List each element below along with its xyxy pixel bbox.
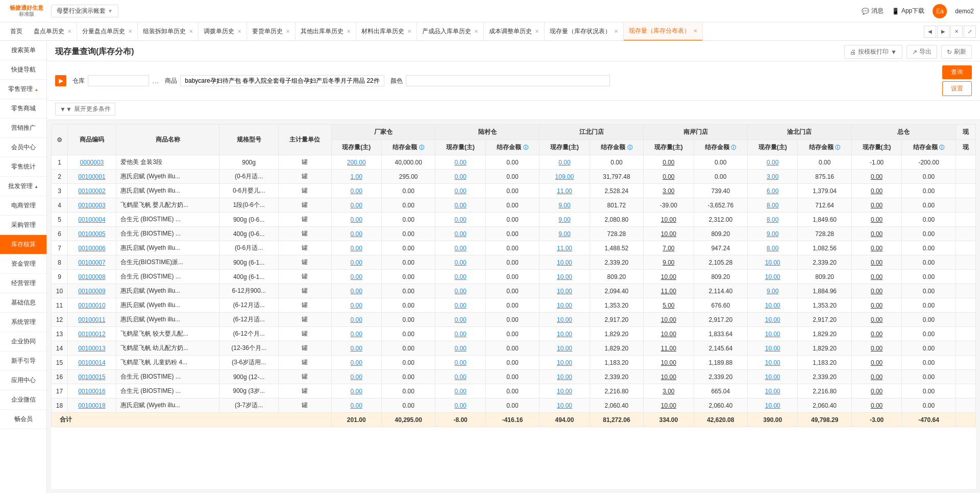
tab-next-btn[interactable]: ▶ [937, 26, 949, 38]
summary-nanan-qty: 334.00 [644, 413, 694, 427]
export-btn[interactable]: ↗ 导出 [906, 45, 937, 59]
goods-input[interactable] [180, 75, 384, 86]
user-name[interactable]: demo2 [955, 8, 974, 15]
cell-code: 00100018 [68, 398, 116, 413]
sidebar-item-wholesale[interactable]: 批发管理 ▲ [0, 177, 46, 196]
tab-close-6[interactable]: ✕ [347, 29, 351, 34]
color-input[interactable] [406, 75, 610, 86]
user-avatar[interactable]: Ea [933, 4, 947, 18]
query-button[interactable]: 查询 [942, 65, 972, 79]
store-selector[interactable]: 母婴行业演示账套 ▼ [51, 5, 118, 17]
factory-info-icon[interactable]: ⓘ [419, 145, 424, 150]
print-btn[interactable]: 🖨 按模板打印 ▼ [844, 45, 902, 59]
color-filter: 颜色 [390, 75, 610, 86]
th-settings[interactable]: ⚙ [52, 125, 68, 155]
tab-close-4[interactable]: ✕ [237, 29, 241, 34]
tab-close-all-btn[interactable]: ✕ [950, 26, 963, 38]
table-row: 18 00100018 惠氏启赋 (Wyeth illu... (3-7岁适..… [52, 398, 976, 413]
cell-name: 合生元 (BIOSTIME) ... [116, 370, 219, 384]
tab-close-8[interactable]: ✕ [474, 29, 478, 34]
cell-lu-amt: 0.00 [485, 241, 540, 255]
sidebar-item-marketing[interactable]: 营销推广 [0, 119, 46, 138]
lu-info-icon[interactable]: ⓘ [523, 145, 528, 150]
refresh-btn[interactable]: ↻ 刷新 [941, 45, 972, 59]
warehouse-dots[interactable]: ... [152, 76, 159, 85]
tab-stock-status[interactable]: 现存量（库存状况表） ✕ [545, 22, 624, 41]
cell-factory-amt: 0.00 [381, 298, 435, 313]
tab-close-1[interactable]: ✕ [67, 29, 71, 34]
cell-factory-qty: 1.00 [331, 170, 381, 184]
th-jiangbei: 江北门店 [540, 125, 644, 140]
sidebar-item-retail[interactable]: 零售管理 ▲ [0, 80, 46, 99]
cell-total-amt: 0.00 [902, 370, 956, 384]
tab-other-out[interactable]: 其他出库单历史 ✕ [296, 22, 356, 41]
table-container[interactable]: ⚙ 商品编码 商品名称 规格型号 主计量单位 厂家仓 陆村仓 江北门店 南岸门店… [51, 124, 976, 489]
tab-close-10[interactable]: ✕ [614, 29, 618, 34]
cell-total-qty: 0.00 [851, 270, 901, 284]
warehouse-input[interactable] [88, 75, 149, 86]
cell-lu-amt: 0.00 [485, 341, 540, 356]
tab-cost-adjust[interactable]: 成本调整单历史 ✕ [484, 22, 545, 41]
cell-nanan-qty: 10.00 [644, 398, 694, 413]
filter-toggle-btn[interactable]: ▶ [55, 75, 66, 86]
sidebar-item-retail-shop[interactable]: 零售商城 [0, 99, 46, 119]
yubei-info-icon[interactable]: ⓘ [835, 145, 840, 150]
summary-total-amt: -470.64 [902, 413, 956, 427]
tab-product-in[interactable]: 产成品入库单历史 ✕ [417, 22, 484, 41]
cell-factory-amt: 0.00 [381, 227, 435, 241]
tab-expand-btn[interactable]: ⤢ [964, 26, 976, 38]
cell-total-amt: 0.00 [902, 298, 956, 313]
sidebar-item-ecommerce[interactable]: 电商管理 [0, 196, 46, 216]
tab-home[interactable]: 首页 [4, 27, 29, 36]
tab-inventory-sub[interactable]: 分量盘点单历史 ✕ [77, 22, 138, 41]
sidebar-item-enterprise[interactable]: 企业协同 [0, 332, 46, 351]
expand-conditions-btn[interactable]: ▼▼ 展开更多条件 [55, 103, 115, 115]
table-row: 8 00100007 合生元(BIOSTIME)派... 900g (6-1..… [52, 255, 976, 270]
tab-close-3[interactable]: ✕ [189, 29, 193, 34]
sidebar-item-wechat[interactable]: 企业微信 [0, 390, 46, 410]
sidebar-item-basics[interactable]: 基础信息 [0, 293, 46, 313]
cell-lu-qty: 0.00 [435, 213, 485, 227]
tab-material-out[interactable]: 材料出库单历史 ✕ [356, 22, 417, 41]
total-info-icon[interactable]: ⓘ [939, 145, 944, 150]
sidebar-item-member2[interactable]: 畅会员 [0, 410, 46, 429]
cell-yubei-amt: 1,082.56 [798, 241, 852, 255]
message-link[interactable]: 💬 消息 [862, 7, 884, 15]
sidebar-item-retail-stats[interactable]: 零售统计 [0, 157, 46, 177]
summary-total-qty: -3.00 [851, 413, 901, 427]
tab-inventory-single[interactable]: 盘点单历史 ✕ [29, 22, 77, 41]
cell-nanan-amt: 1,833.64 [694, 327, 748, 341]
tab-order[interactable]: 要货单历史 ✕ [247, 22, 296, 41]
sidebar-item-finance[interactable]: 资金管理 [0, 254, 46, 274]
app-download-link[interactable]: 📱 App下载 [892, 7, 924, 15]
tab-stock-dist[interactable]: 现存量（库存分布表） ✕ [624, 22, 703, 41]
settings-button[interactable]: 设置 [942, 81, 972, 96]
tab-close-2[interactable]: ✕ [128, 29, 132, 34]
sidebar-item-quicknav[interactable]: 快捷导航 [0, 60, 46, 80]
sidebar-item-appstore[interactable]: 应用中心 [0, 371, 46, 390]
nanan-info-icon[interactable]: ⓘ [731, 145, 736, 150]
sidebar-item-system[interactable]: 系统管理 [0, 313, 46, 332]
sidebar-item-guide[interactable]: 新手引导 [0, 351, 46, 371]
cell-yubei-qty: 8.00 [748, 198, 798, 213]
tab-assembly[interactable]: 组装拆卸单历史 ✕ [138, 22, 199, 41]
sidebar-item-member[interactable]: 会员中心 [0, 138, 46, 157]
cell-spec: 900g (0-6... [219, 213, 278, 227]
tab-prev-btn[interactable]: ◀ [924, 26, 936, 38]
sidebar-item-inventory[interactable]: 库存核算 [0, 235, 46, 254]
tab-close-9[interactable]: ✕ [535, 29, 539, 34]
sidebar-item-search[interactable]: 搜索英单 [0, 41, 46, 60]
tab-close-5[interactable]: ✕ [286, 29, 290, 34]
cell-nanan-qty: 3.00 [644, 384, 694, 398]
cell-total-qty: 0.00 [851, 170, 901, 184]
cell-spec: 400g (6-1... [219, 270, 278, 284]
sidebar-item-purchase[interactable]: 采购管理 [0, 216, 46, 235]
tab-transfer[interactable]: 调拨单历史 ✕ [199, 22, 247, 41]
cell-lu-qty: 0.00 [435, 298, 485, 313]
tab-close-7[interactable]: ✕ [407, 29, 411, 34]
settings-icon[interactable]: ⚙ [57, 136, 62, 144]
cell-no: 18 [52, 398, 68, 413]
tab-close-11[interactable]: ✕ [693, 28, 697, 34]
jiangbei-info-icon[interactable]: ⓘ [627, 145, 632, 150]
sidebar-item-operations[interactable]: 经营管理 [0, 274, 46, 293]
